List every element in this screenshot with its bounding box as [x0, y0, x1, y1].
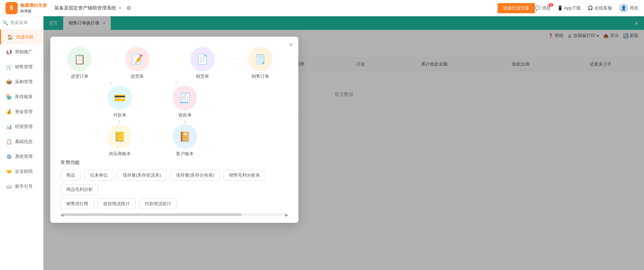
func-row-2: 销售排行榜 收款情况统计 付款情况统计 — [60, 198, 288, 209]
purchase-bill-icon: 📝 — [125, 47, 150, 71]
flow-node-supplier-ledger[interactable]: 📒 供应商账本 — [107, 124, 132, 157]
system-icon: ⚙️ — [5, 153, 12, 160]
sidebar-label-inventory: 库存核算 — [15, 94, 33, 100]
sidebar-label-system: 系统管理 — [15, 154, 33, 160]
newbie-icon: 📖 — [5, 183, 12, 190]
download-icon: 📱 — [557, 5, 563, 11]
customer-ledger-label: 客户账本 — [176, 151, 194, 157]
func-btn-stock-dist[interactable]: 现存量(库存分布表) — [170, 170, 220, 181]
supplier-ledger-label: 供应商账本 — [109, 151, 131, 157]
flow-node-payment-bill[interactable]: 💳 付款单 — [107, 86, 132, 118]
func-btn-product-profit[interactable]: 商品毛利分析 — [60, 184, 99, 195]
logo-icon: 6 — [5, 2, 18, 14]
top-right: 💬 消息 5 📱 App下载 🎧 在线客服 👤 用友 — [535, 3, 639, 13]
func-btn-receipt-stats[interactable]: 收款情况统计 — [98, 198, 136, 209]
sidebar-label-sales: 销售管理 — [15, 64, 33, 70]
sidebar-label-operation: 经营管理 — [15, 124, 33, 130]
scroll-right-icon[interactable]: ▶ — [285, 213, 288, 217]
sidebar-label-finance: 资金管理 — [15, 109, 33, 115]
sidebar: 🔍 搜索菜单 🏠 快捷导航 📢 营销推广 🛒 销售管理 📦 采购管理 — [0, 16, 43, 270]
logo-char: 6 — [10, 4, 13, 12]
finance-icon: 💰 — [5, 108, 12, 115]
receipt-bill-icon: 🧾 — [173, 86, 197, 110]
sidebar-item-purchase[interactable]: 📦 采购管理 — [0, 74, 43, 89]
sales-order-icon: 🗒️ — [248, 47, 273, 71]
sidebar-label-newbie: 新手引导 — [15, 183, 33, 190]
service-icon: 🎧 — [588, 5, 593, 11]
func-btn-sales-profit[interactable]: 销售毛利分析表 — [223, 170, 266, 181]
func-btn-product[interactable]: 商品 — [60, 170, 81, 181]
payment-bill-label: 付款单 — [113, 112, 126, 118]
sidebar-item-marketing[interactable]: 📢 营销推广 — [0, 44, 43, 59]
user-name: 用友 — [630, 5, 639, 11]
purchase-icon: 📦 — [5, 78, 12, 85]
message-icon: 💬 — [535, 5, 540, 11]
common-functions-title: 常用功能 — [60, 160, 288, 166]
sidebar-item-collab[interactable]: 🤝 企业协同 — [0, 164, 43, 179]
inventory-icon: 🏪 — [5, 93, 12, 100]
func-btn-partners[interactable]: 往来单位 — [84, 170, 114, 181]
popup-overlay[interactable]: × 📋 进货订单 - - - - → — [43, 16, 644, 270]
customer-ledger-icon: 📔 — [173, 124, 197, 149]
brand-sub: 标准版 — [20, 8, 47, 13]
sales-order-label: 销售订单 — [251, 73, 269, 79]
popup-close-icon[interactable]: × — [289, 41, 293, 49]
sales-icon: 🛒 — [5, 64, 12, 70]
basic-icon: 📋 — [5, 138, 12, 145]
brand-main: 畅康通好生意 — [20, 3, 47, 8]
sidebar-item-operation[interactable]: 📊 经营管理 — [0, 119, 43, 134]
func-btn-stock-status[interactable]: 现存量(库存状况表) — [117, 170, 167, 181]
sidebar-item-basic[interactable]: 📋 基础信息 — [0, 134, 43, 149]
flow-node-receipt-bill[interactable]: 🧾 收款单 — [173, 86, 197, 118]
marketing-icon: 📢 — [5, 49, 12, 55]
scroll-left-icon[interactable]: ◀ — [60, 213, 64, 217]
online-service-btn[interactable]: 🎧 在线客服 — [588, 5, 612, 11]
user-menu-btn[interactable]: 👤 用友 — [619, 3, 639, 13]
trial-button[interactable]: 体验行业方案 — [498, 3, 535, 13]
system-title: 装备及固定资产辅助管理系统 ▾ ⚙ — [54, 5, 493, 11]
flow-node-customer-ledger[interactable]: 📔 客户账本 — [173, 124, 197, 157]
flow-node-sales-order[interactable]: 🗒️ 销售订单 — [248, 47, 273, 79]
flow-node-purchase-bill[interactable]: 📝 进货单 — [125, 47, 150, 79]
content: 首页 销售订单执行表 × ✕ ❓ 帮助 🖨 按模板打印 ▾ — [43, 16, 644, 270]
sidebar-item-newbie[interactable]: 📖 新手引导 — [0, 179, 43, 194]
logo-area: 6 畅康通好生意 标准版 — [5, 2, 49, 14]
payment-bill-icon: 💳 — [107, 86, 132, 110]
sidebar-item-sales[interactable]: 🛒 销售管理 — [0, 59, 43, 74]
search-menu-area[interactable]: 🔍 搜索菜单 — [0, 16, 43, 30]
flow-node-purchase-order[interactable]: 📋 进货订单 — [67, 47, 92, 79]
common-functions: 常用功能 商品 往来单位 现存量(库存状况表) 现存量(库存分布表) 销售毛利分… — [60, 160, 288, 209]
sidebar-label-collab: 企业协同 — [15, 168, 33, 175]
search-menu-label: 搜索菜单 — [10, 20, 28, 26]
sidebar-item-finance[interactable]: 💰 资金管理 — [0, 104, 43, 119]
sidebar-label-marketing: 营销推广 — [15, 49, 33, 55]
message-badge: 5 — [549, 3, 553, 7]
sales-bill-label: 销货单 — [196, 73, 209, 79]
logo-text: 畅康通好生意 标准版 — [20, 3, 47, 13]
top-bar: 6 畅康通好生意 标准版 装备及固定资产辅助管理系统 ▾ ⚙ 体验行业方案 💬 … — [0, 0, 644, 16]
popup-scrollbar[interactable]: ◀ ▶ — [60, 213, 288, 216]
search-icon: 🔍 — [3, 20, 8, 25]
operation-icon: 📊 — [5, 123, 12, 130]
purchase-bill-label: 进货单 — [130, 73, 144, 79]
func-row-1: 商品 往来单位 现存量(库存状况表) 现存量(库存分布表) 销售毛利分析表 商品… — [60, 170, 288, 195]
dropdown-arrow-icon[interactable]: ▾ — [119, 6, 121, 11]
func-btn-sales-rank[interactable]: 销售排行榜 — [60, 198, 94, 209]
sidebar-item-system[interactable]: ⚙️ 系统管理 — [0, 149, 43, 164]
scroll-thumb[interactable] — [64, 213, 242, 216]
sidebar-item-quick-nav[interactable]: 🏠 快捷导航 — [0, 30, 43, 44]
sidebar-item-inventory[interactable]: 🏪 库存核算 — [0, 89, 43, 104]
flow-node-sales-bill[interactable]: 📄 销货单 — [190, 47, 215, 79]
func-btn-payment-stats[interactable]: 付款情况统计 — [139, 198, 177, 209]
app-download-btn[interactable]: 📱 App下载 — [557, 5, 581, 11]
receipt-bill-label: 收款单 — [178, 112, 192, 118]
purchase-order-icon: 📋 — [67, 47, 92, 71]
sidebar-label-basic: 基础信息 — [15, 139, 33, 145]
purchase-order-label: 进货订单 — [71, 73, 88, 79]
avatar: 👤 — [619, 3, 628, 13]
message-btn[interactable]: 💬 消息 5 — [535, 5, 551, 11]
supplier-ledger-icon: 📒 — [107, 124, 132, 149]
sidebar-label-purchase: 采购管理 — [15, 79, 33, 85]
settings-icon[interactable]: ⚙ — [126, 5, 131, 11]
flow-popup: × 📋 进货订单 - - - - → — [50, 37, 298, 223]
